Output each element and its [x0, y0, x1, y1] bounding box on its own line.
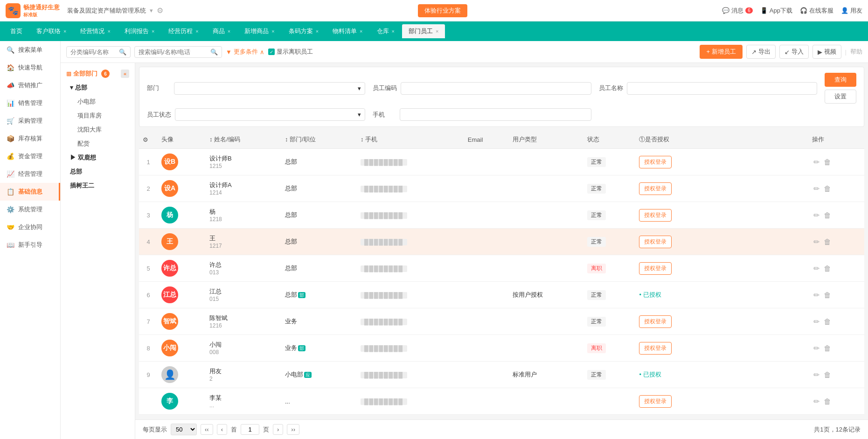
- auth-btn[interactable]: 授权登录: [639, 182, 672, 195]
- th-phone[interactable]: ↕ 手机: [357, 131, 464, 149]
- dept-group-zongbu[interactable]: ▾ 总部: [64, 81, 135, 95]
- last-page-btn[interactable]: ››: [287, 424, 299, 435]
- close-icon[interactable]: ×: [152, 28, 154, 34]
- auth-btn[interactable]: 授权登录: [639, 342, 672, 355]
- close-icon[interactable]: ×: [360, 28, 362, 34]
- classify-input[interactable]: [70, 49, 117, 56]
- edit-btn[interactable]: ✏: [813, 397, 819, 405]
- dept-item-shenyang[interactable]: 沈阳大库: [64, 123, 135, 137]
- edit-btn[interactable]: ✏: [813, 211, 819, 219]
- tab-operation[interactable]: 经营情况 ×: [74, 24, 117, 38]
- prev-page-btn[interactable]: ‹: [217, 424, 227, 435]
- message-btn[interactable]: 💬 消息 6: [722, 7, 753, 15]
- th-name[interactable]: ↕ 姓名/编码: [206, 131, 281, 149]
- sidebar-item-search[interactable]: 🔍 搜索菜单: [0, 41, 60, 59]
- dept-item-project[interactable]: 项目库房: [64, 109, 135, 123]
- first-page-btn[interactable]: ‹‹: [201, 424, 213, 435]
- tab-profit[interactable]: 利润报告 ×: [118, 24, 161, 38]
- dept-item-peihuo[interactable]: 配货: [64, 137, 135, 151]
- emp-code-input[interactable]: [401, 82, 591, 95]
- edit-btn[interactable]: ✏: [813, 371, 819, 379]
- phone-input[interactable]: [400, 108, 591, 121]
- dropdown-icon[interactable]: ▾: [150, 7, 153, 14]
- delete-btn[interactable]: 🗑: [824, 211, 831, 219]
- tab-goods[interactable]: 商品 ×: [206, 24, 237, 38]
- sidebar-item-marketing[interactable]: 📣 营销推广: [0, 77, 60, 94]
- dept-group-zongbu2[interactable]: 总部: [64, 165, 135, 179]
- tab-customer[interactable]: 客户联络 ×: [30, 24, 73, 38]
- online-service-btn[interactable]: 🎧 在线客服: [800, 7, 833, 15]
- show-resigned-checkbox[interactable]: ✓ 显示离职员工: [268, 48, 313, 56]
- close-icon[interactable]: ×: [228, 28, 230, 34]
- sidebar-item-stock[interactable]: 📦 库存核算: [0, 130, 60, 147]
- search-input[interactable]: [139, 49, 208, 56]
- sidebar-item-basic[interactable]: 📋 基础信息: [0, 183, 60, 201]
- edit-btn[interactable]: ✏: [813, 185, 819, 193]
- user-area[interactable]: 👤 用友: [841, 7, 862, 15]
- app-download-btn[interactable]: 📱 App下载: [760, 7, 792, 15]
- experience-btn[interactable]: 体验行业方案: [418, 4, 467, 17]
- next-page-btn[interactable]: ›: [273, 424, 283, 435]
- close-icon[interactable]: ×: [271, 28, 274, 34]
- delete-btn[interactable]: 🗑: [824, 238, 831, 246]
- delete-btn[interactable]: 🗑: [824, 291, 831, 299]
- edit-btn[interactable]: ✏: [813, 291, 819, 299]
- tab-employees[interactable]: 部门员工 ×: [402, 24, 445, 38]
- delete-btn[interactable]: 🗑: [824, 265, 831, 272]
- all-dept-header[interactable]: ⊞ 全部部门 6 «: [61, 67, 135, 81]
- edit-btn[interactable]: ✏: [813, 238, 819, 246]
- sidebar-item-enterprise[interactable]: 🤝 企业协同: [0, 218, 60, 236]
- close-icon[interactable]: ×: [436, 28, 438, 34]
- dept-group-chashuwang[interactable]: 插树王二: [64, 179, 135, 193]
- edit-btn[interactable]: ✏: [813, 265, 819, 272]
- search-icon[interactable]: 🔍: [119, 49, 126, 56]
- sidebar-item-operation[interactable]: 📈 经营管理: [0, 165, 60, 183]
- delete-btn[interactable]: 🗑: [824, 344, 831, 352]
- sidebar-item-purchase[interactable]: 🛒 采购管理: [0, 112, 60, 130]
- more-conditions-btn[interactable]: ▼ 更多条件 ∧: [226, 48, 264, 56]
- sidebar-item-guide[interactable]: 📖 新手引导: [0, 236, 60, 254]
- emp-status-select[interactable]: ▾: [175, 108, 365, 121]
- per-page-select[interactable]: 50 100: [171, 424, 197, 435]
- delete-btn[interactable]: 🗑: [824, 371, 831, 379]
- th-settings[interactable]: ⚙: [139, 131, 158, 149]
- dept-select[interactable]: ▾: [174, 82, 365, 95]
- dept-item-xiaodian[interactable]: 小电部: [64, 95, 135, 109]
- auth-btn[interactable]: 授权登录: [639, 236, 672, 248]
- delete-btn[interactable]: 🗑: [824, 158, 831, 166]
- delete-btn[interactable]: 🗑: [824, 185, 831, 193]
- tab-warehouse[interactable]: 仓库 ×: [370, 24, 401, 38]
- tab-home[interactable]: 首页: [4, 24, 29, 38]
- search-icon[interactable]: 🔍: [210, 49, 218, 56]
- tab-barcode[interactable]: 条码方案 ×: [282, 24, 325, 38]
- delete-btn[interactable]: 🗑: [824, 397, 831, 405]
- tab-add-goods[interactable]: 新增商品 ×: [238, 24, 281, 38]
- edit-btn[interactable]: ✏: [813, 344, 819, 352]
- edit-btn[interactable]: ✏: [813, 158, 819, 166]
- page-input[interactable]: [241, 424, 259, 435]
- export-btn[interactable]: ↗ 导出: [746, 45, 776, 59]
- collapse-btn[interactable]: «: [121, 70, 129, 78]
- sidebar-item-finance[interactable]: 💰 资金管理: [0, 147, 60, 165]
- th-dept[interactable]: ↕ 部门/职位: [281, 131, 357, 149]
- close-icon[interactable]: ×: [107, 28, 110, 34]
- close-icon[interactable]: ×: [195, 28, 198, 34]
- import-btn[interactable]: ↙ 导入: [779, 45, 809, 59]
- settings-icon[interactable]: ⚙: [157, 6, 163, 15]
- close-icon[interactable]: ×: [392, 28, 395, 34]
- reset-btn[interactable]: 设置: [825, 90, 856, 104]
- dept-group-shuanglu[interactable]: ▶ 双鹿想: [64, 151, 135, 165]
- sidebar-item-system[interactable]: ⚙️ 系统管理: [0, 201, 60, 218]
- query-btn[interactable]: 查询: [825, 73, 856, 87]
- sidebar-item-shortcut[interactable]: 🏠 快速导航: [0, 59, 60, 77]
- view-btn[interactable]: ▶ 视频: [812, 45, 841, 59]
- close-icon[interactable]: ×: [316, 28, 319, 34]
- auth-btn[interactable]: 授权登录: [639, 315, 672, 328]
- auth-btn[interactable]: 授权登录: [639, 156, 672, 168]
- auth-btn[interactable]: 授权登录: [639, 209, 672, 222]
- help-btn[interactable]: 帮助: [850, 48, 862, 56]
- sidebar-item-sales[interactable]: 📊 销售管理: [0, 94, 60, 112]
- edit-btn[interactable]: ✏: [813, 318, 819, 326]
- auth-btn[interactable]: 授权登录: [639, 262, 672, 275]
- add-employee-btn[interactable]: + 新增员工: [700, 45, 742, 59]
